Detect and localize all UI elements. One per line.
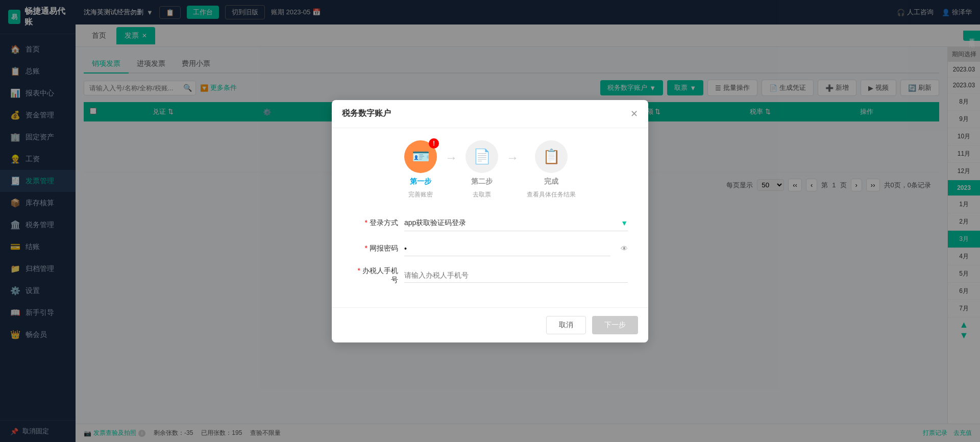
password-input[interactable] xyxy=(404,241,610,256)
password-label: 网报密码 xyxy=(352,244,398,253)
login-method-row: 登录方式 app获取验证码登录 ▼ xyxy=(352,215,628,231)
steps-container: 🪪 ! 第一步 完善账密 → 📄 第二步 去取票 → xyxy=(352,140,628,199)
step-2: 📄 第二步 去取票 xyxy=(465,140,498,199)
phone-input[interactable] xyxy=(404,268,628,283)
step-3-icon: 📋 xyxy=(535,140,568,173)
password-row: 网报密码 👁 xyxy=(352,241,628,256)
step-1-sublabel: 完善账密 xyxy=(408,190,433,199)
step-2-sublabel: 去取票 xyxy=(473,190,491,199)
dialog-overlay: 税务数字账户 ✕ 🪪 ! 第一步 完善账密 → xyxy=(0,0,980,442)
dialog-body: 🪪 ! 第一步 完善账密 → 📄 第二步 去取票 → xyxy=(332,128,648,307)
tax-digital-dialog: 税务数字账户 ✕ 🪪 ! 第一步 完善账密 → xyxy=(332,100,648,342)
login-method-select[interactable]: app获取验证码登录 ▼ xyxy=(404,215,628,231)
step-3-label: 完成 xyxy=(544,177,558,186)
dialog-header: 税务数字账户 ✕ xyxy=(332,100,648,128)
dialog-close-btn[interactable]: ✕ xyxy=(630,108,638,119)
step-1-badge: ! xyxy=(429,138,439,149)
step-1: 🪪 ! 第一步 完善账密 xyxy=(404,140,437,199)
step-1-label: 第一步 xyxy=(410,177,431,186)
step-1-icon: 🪪 ! xyxy=(404,140,437,173)
dropdown-chevron-icon: ▼ xyxy=(621,219,628,227)
step-arrow-2: → xyxy=(506,151,519,165)
step-3-sublabel: 查看具体任务结果 xyxy=(527,190,576,199)
step-2-label: 第二步 xyxy=(471,177,493,186)
step-arrow-1: → xyxy=(445,151,457,165)
phone-label: 办税人手机号 xyxy=(352,266,398,285)
phone-row: 办税人手机号 xyxy=(352,266,628,285)
dialog-footer: 取消 下一步 xyxy=(332,307,648,342)
toggle-password-icon[interactable]: 👁 xyxy=(621,244,628,253)
login-method-label: 登录方式 xyxy=(352,218,398,228)
next-btn[interactable]: 下一步 xyxy=(592,316,638,334)
dialog-title: 税务数字账户 xyxy=(342,108,391,119)
step-3: 📋 完成 查看具体任务结果 xyxy=(527,140,576,199)
cancel-btn[interactable]: 取消 xyxy=(546,316,586,334)
step-2-icon: 📄 xyxy=(465,140,498,173)
